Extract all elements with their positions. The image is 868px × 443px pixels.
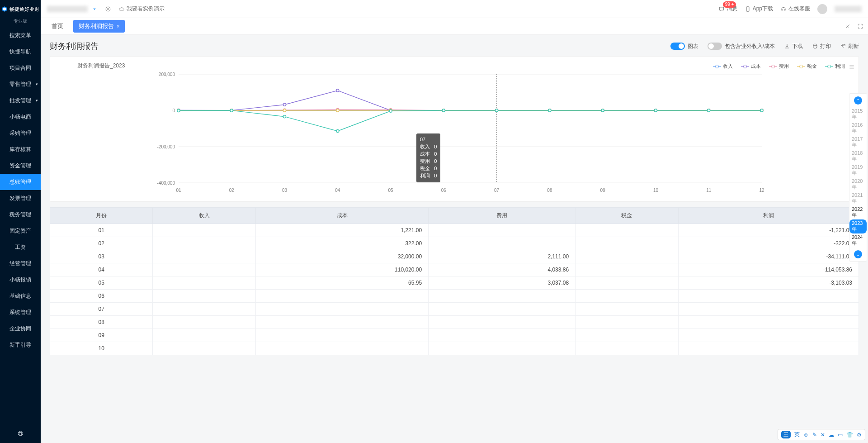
chevron-down-icon: ▾ bbox=[36, 98, 38, 103]
table-header: 收入 bbox=[153, 208, 255, 224]
svg-point-82 bbox=[760, 109, 763, 112]
svg-text:09: 09 bbox=[600, 188, 606, 193]
messages-badge: 99 + bbox=[723, 1, 736, 8]
org-name-redacted bbox=[47, 6, 88, 12]
fullscreen-icon[interactable] bbox=[857, 23, 863, 29]
sidebar-item-1[interactable]: 快捷导航 bbox=[0, 43, 41, 60]
year-option[interactable]: 2018年 bbox=[849, 149, 867, 163]
download-icon bbox=[784, 43, 790, 49]
chart-plot: -400,000-200,0000200,0000102030405060708… bbox=[59, 70, 849, 196]
avatar[interactable] bbox=[817, 4, 827, 14]
table-row: 0332,000.002,111.00-34,111.00 bbox=[50, 250, 859, 263]
refresh-button[interactable]: 刷新 bbox=[840, 43, 859, 50]
year-scroll-up[interactable]: ⌃ bbox=[854, 96, 862, 105]
close-all-icon[interactable] bbox=[844, 23, 851, 29]
table-row: 04110,020.004,033.86-114,053.86 bbox=[50, 263, 859, 276]
svg-point-72 bbox=[230, 109, 233, 112]
svg-point-38 bbox=[336, 89, 339, 92]
legend-item[interactable]: 税金 bbox=[797, 63, 817, 70]
ime-tray[interactable]: 王 英 ☺✎✕☁▭👕⚙ bbox=[778, 429, 865, 440]
page-title: 财务利润报告 bbox=[50, 41, 99, 52]
ime-pill: 王 bbox=[781, 431, 791, 438]
tab-0[interactable]: 首页 bbox=[46, 20, 69, 33]
brand-name: 畅捷通好业财 bbox=[9, 6, 39, 13]
brand-logo: 畅捷通好业财 bbox=[0, 0, 41, 18]
svg-point-71 bbox=[177, 109, 180, 112]
year-option[interactable]: 2016年 bbox=[849, 121, 867, 135]
refresh-icon bbox=[840, 43, 846, 49]
close-icon[interactable]: × bbox=[117, 24, 119, 29]
org-selector[interactable] bbox=[47, 6, 98, 12]
svg-text:11: 11 bbox=[706, 188, 712, 193]
username-redacted bbox=[835, 6, 862, 12]
legend-swatch bbox=[797, 65, 805, 68]
svg-point-74 bbox=[336, 130, 339, 133]
brand-edition: 专业版 bbox=[0, 18, 41, 27]
year-option[interactable]: 2015年 bbox=[849, 107, 867, 121]
table-header: 月份 bbox=[50, 208, 153, 224]
settings-icon[interactable] bbox=[105, 6, 111, 12]
legend-item[interactable]: 费用 bbox=[769, 63, 789, 70]
sidebar-item-9[interactable]: 总账管理 bbox=[0, 174, 41, 190]
sidebar-item-11[interactable]: 税务管理 bbox=[0, 206, 41, 223]
svg-text:10: 10 bbox=[653, 188, 659, 193]
sidebar-item-17[interactable]: 系统管理 bbox=[0, 304, 41, 320]
svg-point-37 bbox=[283, 103, 286, 106]
legend-item[interactable]: 利润 bbox=[825, 63, 845, 70]
sidebar-item-4[interactable]: 批发管理▾ bbox=[0, 92, 41, 109]
sidebar-item-19[interactable]: 新手引导 bbox=[0, 337, 41, 353]
demo-link[interactable]: 我要看实例演示 bbox=[118, 5, 165, 13]
sidebar-item-3[interactable]: 零售管理▾ bbox=[0, 76, 41, 92]
support-link[interactable]: 在线客服 bbox=[780, 5, 810, 13]
sidebar-item-12[interactable]: 固定资产 bbox=[0, 223, 41, 239]
print-button[interactable]: 打印 bbox=[812, 43, 831, 50]
year-option[interactable]: 2019年 bbox=[849, 163, 867, 177]
svg-text:07: 07 bbox=[494, 188, 500, 193]
gear-icon[interactable] bbox=[17, 431, 24, 437]
year-option[interactable]: 2021年 bbox=[849, 191, 867, 205]
download-button[interactable]: 下载 bbox=[784, 43, 803, 50]
sidebar-item-0[interactable]: 搜索菜单 bbox=[0, 27, 41, 43]
year-scroll-down[interactable]: ⌄ bbox=[854, 250, 862, 258]
sidebar-item-7[interactable]: 库存核算 bbox=[0, 141, 41, 157]
sidebar-item-5[interactable]: 小畅电商 bbox=[0, 109, 41, 125]
messages-link[interactable]: 99 + 消息 bbox=[718, 5, 737, 13]
legend-swatch bbox=[741, 65, 749, 68]
svg-point-61 bbox=[283, 109, 286, 112]
table-header: 费用 bbox=[429, 208, 576, 224]
toggle-extra-label: 包含营业外收入/成本 bbox=[725, 43, 775, 50]
svg-point-76 bbox=[442, 109, 445, 112]
table-row: 02322.00-322.00 bbox=[50, 237, 859, 250]
nav: 搜索菜单快捷导航项目合同零售管理▾批发管理▾小畅电商采购管理库存核算资金管理总账… bbox=[0, 27, 41, 425]
legend-item[interactable]: 成本 bbox=[741, 63, 761, 70]
sidebar-item-14[interactable]: 经营管理 bbox=[0, 255, 41, 272]
sidebar-item-10[interactable]: 发票管理 bbox=[0, 190, 41, 206]
sidebar-item-16[interactable]: 基础信息 bbox=[0, 288, 41, 304]
chart-menu-icon[interactable] bbox=[849, 64, 855, 70]
sidebar-item-18[interactable]: 企业协同 bbox=[0, 320, 41, 337]
sidebar-item-13[interactable]: 工资 bbox=[0, 239, 41, 255]
sidebar-item-2[interactable]: 项目合同 bbox=[0, 60, 41, 76]
tab-1[interactable]: 财务利润报告× bbox=[73, 20, 125, 33]
legend-item[interactable]: 收入 bbox=[713, 63, 733, 70]
sidebar-item-8[interactable]: 资金管理 bbox=[0, 157, 41, 174]
year-option[interactable]: 2017年 bbox=[849, 135, 867, 149]
svg-text:-400,000: -400,000 bbox=[157, 181, 175, 186]
year-option[interactable]: 2022年 bbox=[849, 205, 867, 219]
svg-text:04: 04 bbox=[335, 188, 340, 193]
table-row: 0565.953,037.08-3,103.03 bbox=[50, 276, 859, 290]
svg-point-77 bbox=[495, 109, 498, 112]
year-option[interactable]: 2024年 bbox=[849, 233, 867, 248]
year-option[interactable]: 2023年 bbox=[849, 219, 867, 233]
app-download-link[interactable]: App下载 bbox=[745, 5, 773, 13]
sidebar-item-6[interactable]: 采购管理 bbox=[0, 125, 41, 141]
svg-point-81 bbox=[708, 109, 710, 112]
sidebar-item-15[interactable]: 小畅报销 bbox=[0, 272, 41, 288]
toggle-chart[interactable] bbox=[670, 43, 685, 50]
table-row: 07 bbox=[50, 303, 859, 316]
svg-text:06: 06 bbox=[441, 188, 447, 193]
svg-point-0 bbox=[107, 8, 109, 10]
toggle-extra[interactable] bbox=[708, 43, 722, 50]
svg-text:08: 08 bbox=[547, 188, 552, 193]
year-option[interactable]: 2020年 bbox=[849, 177, 867, 191]
